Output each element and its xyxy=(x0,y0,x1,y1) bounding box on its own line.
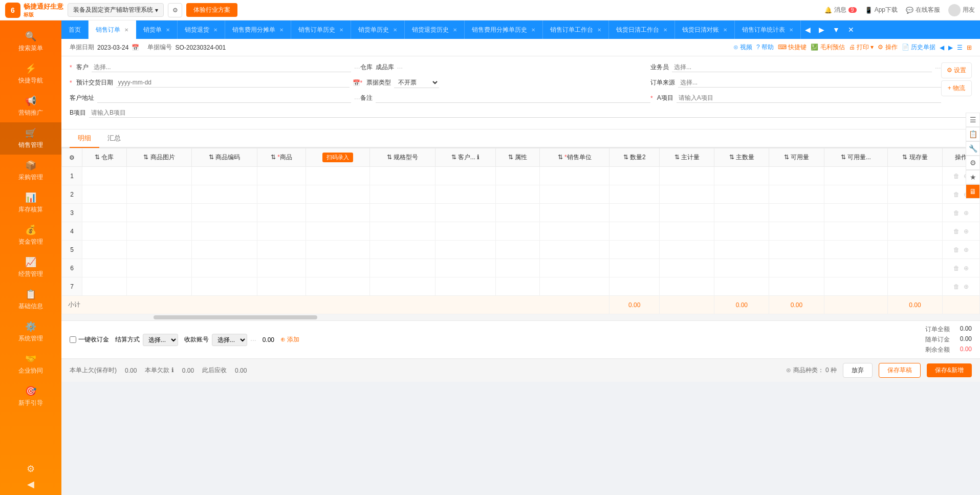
row-delete-icon[interactable]: 🗑 xyxy=(953,191,960,198)
sidebar-item-basic[interactable]: 📋 基础信息 xyxy=(0,284,61,316)
sidebar-item-sales[interactable]: 🛒 销售管理 xyxy=(0,122,61,155)
sidebar-item-quick[interactable]: ⚡ 快捷导航 xyxy=(0,58,61,90)
sidebar-collapse-icon[interactable]: ◀ xyxy=(27,479,34,490)
tab-close-sales-order[interactable]: ✕ xyxy=(124,27,128,33)
row-attribute[interactable] xyxy=(495,241,540,259)
row-warehouse[interactable] xyxy=(82,185,127,204)
row-qty2[interactable] xyxy=(609,277,660,296)
history-action[interactable]: 📄 历史单据 xyxy=(902,43,935,52)
tab-sales-return[interactable]: 销货退货 ✕ xyxy=(178,20,225,39)
row-qty2[interactable] xyxy=(609,185,660,204)
row-main-qty[interactable] xyxy=(714,167,769,185)
row-attribute[interactable] xyxy=(495,222,540,241)
scroll-bar-area[interactable] xyxy=(61,314,980,320)
sidebar-item-inventory[interactable]: 📊 库存核算 xyxy=(0,187,61,219)
row-unit[interactable] xyxy=(540,259,609,277)
trial-button[interactable]: 体验行业方案 xyxy=(186,3,237,17)
tab-close-sales-expense[interactable]: ✕ xyxy=(279,27,284,33)
row-delete-icon[interactable]: 🗑 xyxy=(953,228,960,235)
col-scan[interactable]: 扫码录入 xyxy=(306,148,369,167)
operations-action[interactable]: ⚙ 操作 xyxy=(878,43,897,52)
row-main-unit[interactable] xyxy=(660,277,714,296)
tab-invoice-history[interactable]: 销货单历史 ✕ xyxy=(351,20,405,39)
row-spec[interactable] xyxy=(370,185,435,204)
row-attribute[interactable] xyxy=(495,167,540,185)
row-qty2[interactable] xyxy=(609,259,660,277)
sidebar-item-search[interactable]: 🔍 搜索菜单 xyxy=(0,26,61,58)
nav-right-icon[interactable]: ▶ xyxy=(948,44,953,51)
row-unit[interactable] xyxy=(540,277,609,296)
user-item[interactable]: 用友 xyxy=(948,4,975,16)
invoice-select[interactable]: 不开票 普通发票 增值税发票 xyxy=(394,77,439,88)
discard-button[interactable]: 放弃 xyxy=(843,363,873,378)
row-unit[interactable] xyxy=(540,204,609,222)
row-attribute[interactable] xyxy=(495,185,540,204)
warehouse-more-btn[interactable]: ··· xyxy=(397,63,403,72)
row-main-unit[interactable] xyxy=(660,167,714,185)
row-warehouse[interactable] xyxy=(82,259,127,277)
a-project-input[interactable] xyxy=(677,93,941,103)
row-code[interactable] xyxy=(192,185,257,204)
add-link[interactable]: ⊕ 添加 xyxy=(280,335,299,344)
view-action[interactable]: ⊙ 视频 xyxy=(733,43,752,52)
row-unit[interactable] xyxy=(540,167,609,185)
col-settings[interactable]: ⚙ xyxy=(62,148,82,167)
tab-close-invoice-history[interactable]: ✕ xyxy=(393,27,397,33)
order-source-input[interactable] xyxy=(678,78,941,88)
row-unit[interactable] xyxy=(540,241,609,259)
row-customer-code[interactable] xyxy=(435,185,495,204)
row-qty2[interactable] xyxy=(609,222,660,241)
tab-close-order-workbench[interactable]: ✕ xyxy=(597,27,601,33)
row-delete-icon[interactable]: 🗑 xyxy=(953,209,960,217)
row-qty2[interactable] xyxy=(609,204,660,222)
help-action[interactable]: ? 帮助 xyxy=(756,43,774,52)
row-spec[interactable] xyxy=(370,259,435,277)
b-project-input[interactable] xyxy=(89,108,972,118)
row-spec[interactable] xyxy=(370,222,435,241)
additem-side-btn[interactable]: + 物流 xyxy=(941,80,972,96)
settle-select[interactable]: 选择... xyxy=(143,334,178,346)
row-copy-icon[interactable]: ⊕ xyxy=(964,283,969,290)
right-panel-btn-6[interactable]: 🖥 xyxy=(966,184,980,199)
scan-btn[interactable]: 扫码录入 xyxy=(322,153,353,162)
sidebar-item-system[interactable]: ⚙️ 系统管理 xyxy=(0,316,61,348)
sidebar-item-enterprise[interactable]: 🤝 企业协同 xyxy=(0,348,61,380)
address-input[interactable] xyxy=(97,93,351,103)
row-main-qty[interactable] xyxy=(714,259,769,277)
tab-close-sales-invoice[interactable]: ✕ xyxy=(166,27,170,33)
row-main-unit[interactable] xyxy=(660,204,714,222)
row-copy-icon[interactable]: ⊕ xyxy=(964,265,969,272)
app-download-item[interactable]: 📱 App下载 xyxy=(865,6,898,14)
row-copy-icon[interactable]: ⊕ xyxy=(964,228,969,235)
delivery-input[interactable] xyxy=(116,78,350,88)
tab-close-return-history[interactable]: ✕ xyxy=(453,27,457,33)
list-view-icon[interactable]: ☰ xyxy=(957,44,963,51)
sidebar-item-finance[interactable]: 💰 资金管理 xyxy=(0,219,61,251)
tab-sales-invoice[interactable]: 销货单 ✕ xyxy=(136,20,178,39)
tab-order-stats[interactable]: 销售订单统计表 ✕ xyxy=(735,20,801,39)
scroll-thumb[interactable] xyxy=(154,315,317,319)
row-warehouse[interactable] xyxy=(82,204,127,222)
row-main-unit[interactable] xyxy=(660,185,714,204)
tab-next-btn[interactable]: ▶ xyxy=(815,20,829,39)
save-draft-button[interactable]: 保存草稿 xyxy=(879,363,921,378)
tab-order-history[interactable]: 销售订单历史 ✕ xyxy=(291,20,351,39)
row-code[interactable] xyxy=(192,204,257,222)
row-attribute[interactable] xyxy=(495,277,540,296)
right-panel-btn-5[interactable]: ★ xyxy=(966,170,980,184)
calendar2-icon[interactable]: 📅 xyxy=(353,79,360,87)
staff-more-btn[interactable]: ··· xyxy=(935,63,941,72)
row-main-qty[interactable] xyxy=(714,241,769,259)
row-delete-icon[interactable]: 🗑 xyxy=(953,283,960,290)
right-panel-btn-1[interactable]: ☰ xyxy=(966,113,980,127)
row-qty2[interactable] xyxy=(609,241,660,259)
address-more-btn[interactable]: ··· xyxy=(354,94,360,102)
right-panel-btn-2[interactable]: 📋 xyxy=(966,127,980,141)
profit-action[interactable]: 💹 毛利预估 xyxy=(811,43,844,52)
sidebar-item-guide[interactable]: 🎯 新手引导 xyxy=(0,380,61,413)
row-unit[interactable] xyxy=(540,222,609,241)
tab-daily-workbench[interactable]: 钱货日清工作台 ✕ xyxy=(609,20,675,39)
nav-left-icon[interactable]: ◀ xyxy=(940,44,944,51)
calendar-icon[interactable]: 📅 xyxy=(132,44,139,51)
row-spec[interactable] xyxy=(370,277,435,296)
